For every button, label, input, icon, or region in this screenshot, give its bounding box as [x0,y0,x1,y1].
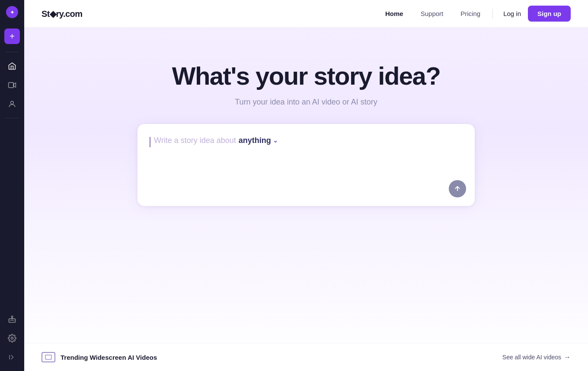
topnav-links: Home Support Pricing [385,10,480,17]
svg-rect-3 [9,319,16,322]
gear-icon [8,334,16,342]
sidebar-logo [0,0,24,24]
robot-icon [8,315,16,323]
user-icon [8,100,16,108]
sidebar-item-home[interactable] [3,57,21,75]
plus-icon: + [10,32,15,41]
hero-section: What's your story idea? Turn your idea i… [24,28,588,371]
sidebar-divider-bottom [5,118,19,118]
topnav: St◆ry.com Home Support Pricing Log in Si… [24,0,588,28]
text-cursor [150,137,150,147]
sidebar-item-video[interactable] [3,76,21,94]
story-placeholder-text: Write a story idea about anything ⌄ [154,136,278,145]
main-content: St◆ry.com Home Support Pricing Log in Si… [24,0,588,371]
placeholder-main: Write a story idea about [154,136,236,145]
sidebar-item-user[interactable] [3,95,21,113]
sidebar-nav [0,54,24,116]
see-all-link[interactable]: See all wide AI videos → [502,353,571,361]
topnav-link-home[interactable]: Home [385,10,403,17]
collapse-icon [8,353,16,361]
video-icon [8,81,16,89]
placeholder-topic[interactable]: anything ⌄ [239,136,278,145]
sidebar-divider-top [5,52,19,52]
sidebar-bottom [3,311,21,371]
arrow-up-icon [454,185,461,193]
story-submit-button[interactable] [449,180,466,197]
svg-rect-11 [45,355,51,359]
add-button[interactable]: + [4,29,20,44]
svg-point-2 [11,101,14,104]
story-input-area: Write a story idea about anything ⌄ [150,136,463,197]
signup-button[interactable]: Sign up [528,6,571,22]
story-input-card[interactable]: Write a story idea about anything ⌄ [137,124,475,206]
sidebar-collapse-button[interactable] [3,349,21,366]
sidebar: + [0,0,24,371]
hero-title: What's your story idea? [172,62,441,90]
video-frame-icon [45,355,52,360]
home-icon [8,62,16,70]
svg-rect-0 [9,82,14,88]
login-button[interactable]: Log in [496,6,528,21]
topnav-logo: St◆ry.com [42,9,83,19]
sidebar-item-settings[interactable] [3,330,21,347]
trending-section: Trending Widescreen AI Videos See all wi… [24,343,588,371]
svg-point-8 [11,337,13,339]
svg-marker-1 [13,83,16,87]
topnav-link-support[interactable]: Support [421,10,444,17]
widescreen-icon [42,352,55,362]
sidebar-item-robot[interactable] [3,311,21,328]
app-logo-icon [6,6,18,18]
topnav-divider [492,9,493,19]
topnav-link-pricing[interactable]: Pricing [460,10,480,17]
trending-label: Trending Widescreen AI Videos [42,352,157,362]
arrow-right-icon: → [564,353,571,361]
logo-diamond: ◆ [50,9,56,19]
hero-subtitle: Turn your idea into an AI video or AI st… [235,98,377,107]
svg-point-4 [11,316,13,317]
topic-chevron-icon: ⌄ [273,137,278,144]
